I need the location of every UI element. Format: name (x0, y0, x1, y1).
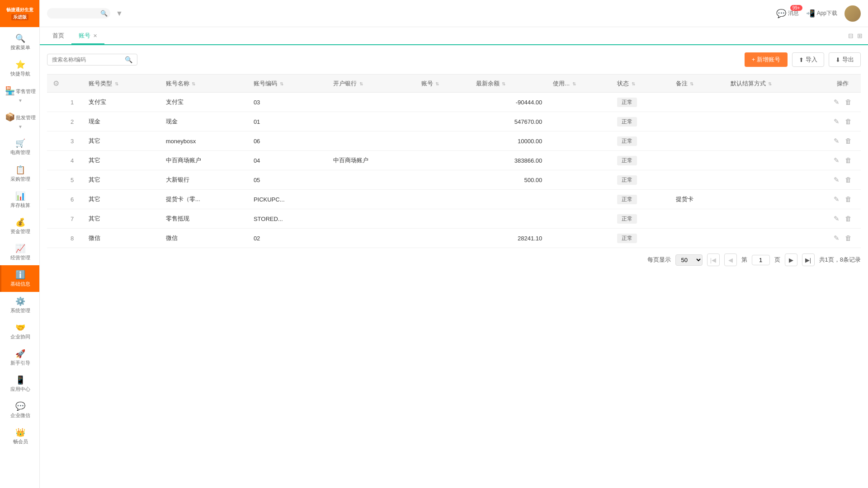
row-account-name-0: 支付宝 (160, 93, 248, 112)
row-opening-bank-2 (328, 131, 415, 151)
delete-btn-6[interactable]: 🗑 (843, 214, 854, 223)
edit-btn-4[interactable]: ✎ (832, 175, 841, 185)
settings-gear-icon[interactable]: ⚙ (53, 80, 59, 87)
col-account-no[interactable]: 账号 ⇅ (416, 75, 471, 93)
delete-btn-0[interactable]: 🗑 (843, 97, 854, 107)
topbar-dropdown-arrow[interactable]: ▼ (116, 9, 123, 18)
col-account-code[interactable]: 账号编码 ⇅ (248, 75, 328, 93)
ecommerce-mgmt-icon: 🛒 (15, 138, 25, 148)
tab-expand-icon[interactable]: ⊞ (857, 32, 863, 39)
row-default-settlement-4 (725, 170, 825, 190)
row-actions-6: ✎ 🗑 (825, 209, 861, 229)
tab-accounts-close[interactable]: ✕ (93, 33, 97, 39)
sidebar-item-basic-info[interactable]: ℹ️ 基础信息 (0, 265, 39, 291)
edit-btn-3[interactable]: ✎ (832, 155, 841, 165)
sidebar-item-retail-mgmt[interactable]: 🏪 零售管理 ▼ (0, 81, 39, 108)
page-next-btn[interactable]: ▶ (785, 253, 797, 266)
sidebar-item-search-menu[interactable]: 🔍 搜索菜单 (0, 29, 39, 55)
edit-btn-5[interactable]: ✎ (832, 194, 841, 204)
row-usage-1 (547, 112, 612, 131)
topbar-app-btn[interactable]: 📲 App下载 (806, 9, 837, 18)
sidebar-item-wholesale-mgmt[interactable]: 📦 批发管理 ▼ (0, 108, 39, 134)
sort-icon-settlement: ⇅ (768, 81, 772, 86)
topbar-search-box[interactable]: 🔍 (47, 8, 110, 19)
edit-btn-6[interactable]: ✎ (832, 214, 841, 224)
import-label: 导入 (806, 56, 817, 64)
table-search-input[interactable] (52, 56, 122, 63)
sidebar-label-inventory-calc: 库存核算 (10, 202, 30, 208)
sidebar-item-enterprise-wechat[interactable]: 💬 企业微信 (0, 397, 39, 423)
row-actions-3: ✎ 🗑 (825, 151, 861, 170)
tab-home[interactable]: 首页 (45, 28, 71, 44)
per-page-select[interactable]: 50 20 100 (675, 254, 703, 266)
edit-btn-7[interactable]: ✎ (832, 233, 841, 243)
row-actions-2: ✎ 🗑 (825, 131, 861, 151)
tab-accounts[interactable]: 账号 ✕ (71, 28, 104, 44)
delete-btn-1[interactable]: 🗑 (843, 117, 854, 126)
sort-icon-balance: ⇅ (502, 81, 505, 86)
col-opening-bank[interactable]: 开户银行 ⇅ (328, 75, 415, 93)
col-usage[interactable]: 使用... ⇅ (547, 75, 612, 93)
table-search-wrap[interactable]: 🔍 (47, 54, 137, 66)
export-button[interactable]: ⬇ 导出 (829, 52, 861, 67)
sidebar-label-beginner-guide: 新手引导 (10, 360, 30, 366)
sidebar-item-finance-mgmt[interactable]: 💰 资金管理 (0, 213, 39, 239)
col-account-type[interactable]: 账号类型 ⇅ (83, 75, 160, 93)
row-status-0: 正常 (612, 93, 670, 112)
sidebar-item-system-mgmt[interactable]: ⚙️ 系统管理 (0, 292, 39, 318)
edit-btn-2[interactable]: ✎ (832, 136, 841, 146)
delete-btn-2[interactable]: 🗑 (843, 136, 854, 145)
col-account-no-label: 账号 (421, 80, 433, 87)
table-row: 2 现金 现金 01 547670.00 正常 ✎ 🗑 (47, 112, 861, 131)
page-input[interactable] (752, 255, 770, 265)
sidebar-item-inventory-calc[interactable]: 📊 库存核算 (0, 187, 39, 213)
toolbar: 🔍 + 新增账号 ⬆ 导入 ⬇ 导出 (47, 52, 861, 67)
col-account-name[interactable]: 账号名称 ⇅ (160, 75, 248, 93)
edit-btn-1[interactable]: ✎ (832, 117, 841, 127)
system-mgmt-icon: ⚙️ (15, 296, 25, 306)
col-default-settlement[interactable]: 默认结算方式 ⇅ (725, 75, 825, 93)
col-settings[interactable]: ⚙ (47, 75, 65, 93)
delete-btn-7[interactable]: 🗑 (843, 233, 854, 243)
pagination-bar: 每页显示 50 20 100 |◀ ◀ 第 页 ▶ ▶| 共1页，8条记录 (47, 248, 861, 268)
col-status[interactable]: 状态 ⇅ (612, 75, 670, 93)
sidebar-label-search-menu: 搜索菜单 (10, 45, 30, 51)
table-search-icon[interactable]: 🔍 (125, 56, 132, 63)
row-status-3: 正常 (612, 151, 670, 170)
sidebar-item-quick-nav[interactable]: ⭐ 快捷导航 (0, 55, 39, 81)
app-download-icon: 📲 (806, 9, 815, 18)
page-prev-btn[interactable]: ◀ (724, 253, 737, 266)
add-account-button[interactable]: + 新增账号 (745, 52, 788, 67)
sidebar-item-enterprise-agreement[interactable]: 🤝 企业协同 (0, 318, 39, 344)
row-opening-bank-1 (328, 112, 415, 131)
row-account-name-1: 现金 (160, 112, 248, 131)
sidebar-label-retail-mgmt: 零售管理 (16, 89, 36, 94)
topbar-msg-btn[interactable]: 💬 消息 99+ (776, 9, 799, 19)
delete-btn-3[interactable]: 🗑 (843, 155, 854, 165)
sidebar-item-ecommerce-mgmt[interactable]: 🛒 电商管理 (0, 134, 39, 160)
page-last-btn[interactable]: ▶| (802, 253, 815, 266)
col-latest-balance[interactable]: 最新余额 ⇅ (471, 75, 548, 93)
sidebar-item-beginner-guide[interactable]: 🚀 新手引导 (0, 344, 39, 371)
page-first-btn[interactable]: |◀ (707, 253, 720, 266)
delete-btn-4[interactable]: 🗑 (843, 175, 854, 184)
col-remark[interactable]: 备注 ⇅ (670, 75, 725, 93)
import-button[interactable]: ⬆ 导入 (792, 52, 824, 67)
sidebar-item-operations-mgmt[interactable]: 📈 经营管理 (0, 239, 39, 265)
row-account-code-7: 02 (248, 229, 328, 248)
sidebar-item-free-member[interactable]: 👑 畅会员 (0, 423, 39, 449)
user-avatar[interactable] (844, 5, 861, 22)
row-actions-7: ✎ 🗑 (825, 229, 861, 248)
topbar-search-input[interactable] (52, 10, 98, 17)
delete-btn-5[interactable]: 🗑 (843, 194, 854, 204)
row-account-code-4: 05 (248, 170, 328, 190)
tab-minimize-icon[interactable]: ⊟ (848, 32, 854, 39)
sort-icon-no: ⇅ (435, 81, 439, 86)
sidebar-item-purchase-mgmt[interactable]: 📋 采购管理 (0, 160, 39, 187)
msg-badge: 99+ (790, 5, 802, 11)
row-status-1: 正常 (612, 112, 670, 131)
row-settings-4 (47, 170, 65, 190)
sort-icon-remark: ⇅ (690, 81, 693, 86)
sidebar-item-app-center[interactable]: 📱 应用中心 (0, 371, 39, 397)
edit-btn-0[interactable]: ✎ (832, 97, 841, 107)
